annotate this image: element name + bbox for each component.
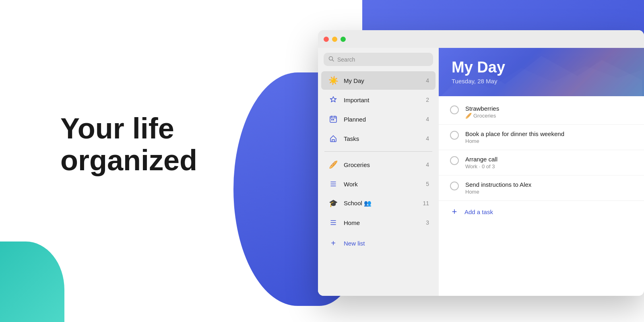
task-meta-text: Home [465, 189, 479, 195]
nav-count-tasks: 4 [426, 135, 429, 142]
search-placeholder: Search [337, 56, 428, 63]
task-title: Strawberries [465, 105, 633, 112]
task-item[interactable]: Book a place for dinner this weekend Hom… [439, 125, 644, 150]
task-checkbox[interactable] [450, 182, 459, 190]
task-meta-text: Home [465, 138, 479, 144]
task-item[interactable]: Arrange call Work · 0 of 3 [439, 150, 644, 175]
nav-label-work: Work [344, 181, 421, 188]
search-bar[interactable]: Search [324, 53, 433, 66]
svg-rect-7 [333, 119, 334, 120]
add-task-button[interactable]: + Add a task [439, 201, 644, 223]
task-body: Send instructions to Alex Home [465, 181, 633, 195]
task-meta: Work · 0 of 3 [465, 163, 633, 169]
sidebar-item-work[interactable]: Work 5 [321, 175, 436, 193]
nav-count-school: 11 [423, 200, 429, 206]
task-meta: Home [465, 189, 633, 195]
task-checkbox[interactable] [450, 156, 459, 165]
sidebar-item-groceries[interactable]: 🥖 Groceries 4 [321, 155, 436, 174]
traffic-lights [324, 37, 346, 42]
close-button[interactable] [324, 37, 329, 42]
sidebar-item-home[interactable]: Home 3 [321, 213, 436, 232]
nav-label-home: Home [344, 219, 421, 226]
nav-label-tasks: Tasks [344, 135, 421, 142]
title-bar [318, 30, 644, 48]
svg-line-1 [332, 60, 334, 62]
new-list-label: New list [344, 240, 365, 247]
task-body: Book a place for dinner this weekend Hom… [465, 130, 633, 144]
panel-header: My Day Tuesday, 28 May [439, 48, 644, 96]
task-body: Arrange call Work · 0 of 3 [465, 156, 633, 169]
task-title: Send instructions to Alex [465, 181, 633, 188]
task-checkbox[interactable] [450, 131, 459, 140]
sidebar-item-my-day[interactable]: ☀️ My Day 4 [321, 71, 436, 90]
sidebar-item-important[interactable]: Important 2 [321, 91, 436, 109]
task-list: Strawberries 🥖 Groceries Book a place fo… [439, 96, 644, 296]
list-icon-work [328, 178, 339, 190]
nav-label-important: Important [344, 97, 421, 103]
bread-icon: 🥖 [328, 159, 339, 170]
app-window: Search ☀️ My Day 4 Important 2 [318, 30, 644, 296]
star-icon [328, 94, 339, 105]
nav-count-important: 2 [426, 97, 429, 103]
sidebar-divider [324, 151, 432, 152]
nav-label-planned: Planned [344, 116, 421, 123]
task-item[interactable]: Strawberries 🥖 Groceries [439, 99, 644, 125]
task-meta-icon: 🥖 [465, 113, 472, 119]
add-task-plus-icon: + [450, 207, 459, 216]
nav-count-planned: 4 [426, 116, 429, 122]
nav-count-home: 3 [426, 219, 429, 226]
task-title: Arrange call [465, 156, 633, 163]
sidebar-item-tasks[interactable]: Tasks 4 [321, 129, 436, 148]
hero-section: Your life organized [60, 113, 197, 176]
task-meta: 🥖 Groceries [465, 113, 633, 119]
right-panel: My Day Tuesday, 28 May Strawberries 🥖 Gr… [439, 48, 644, 296]
maximize-button[interactable] [341, 37, 346, 42]
nav-count-work: 5 [426, 181, 429, 187]
task-item[interactable]: Send instructions to Alex Home [439, 175, 644, 201]
nav-count-my-day: 4 [426, 77, 429, 84]
calendar-icon [328, 114, 339, 125]
plus-icon: + [328, 237, 339, 249]
nav-label-school: School 👥 [344, 200, 418, 207]
nav-label-groceries: Groceries [344, 161, 421, 168]
nav-count-groceries: 4 [426, 161, 429, 168]
task-checkbox[interactable] [450, 105, 459, 114]
task-meta: Home [465, 138, 633, 144]
app-content: Search ☀️ My Day 4 Important 2 [318, 48, 644, 296]
sun-icon: ☀️ [328, 75, 339, 86]
task-body: Strawberries 🥖 Groceries [465, 105, 633, 119]
bg-blob-teal [0, 242, 64, 322]
search-icon [328, 56, 334, 63]
sidebar-item-school[interactable]: 🎓 School 👥 11 [321, 194, 436, 213]
panel-title: My Day [452, 59, 631, 76]
house-icon [328, 133, 339, 144]
new-list-button[interactable]: + New list [321, 234, 436, 252]
task-meta-text: Groceries [473, 113, 496, 119]
list-icon-home [328, 217, 339, 228]
minimize-button[interactable] [332, 37, 337, 42]
task-title: Book a place for dinner this weekend [465, 130, 633, 137]
nav-label-my-day: My Day [344, 77, 421, 84]
sidebar-item-planned[interactable]: Planned 4 [321, 110, 436, 128]
add-task-label: Add a task [464, 208, 493, 215]
sidebar: Search ☀️ My Day 4 Important 2 [318, 48, 439, 296]
graduation-icon: 🎓 [328, 198, 339, 209]
panel-subtitle: Tuesday, 28 May [452, 78, 631, 85]
svg-rect-6 [331, 119, 332, 120]
hero-line1: Your life [60, 113, 197, 144]
task-meta-text: Work · 0 of 3 [465, 163, 495, 169]
hero-line2: organized [60, 144, 197, 176]
